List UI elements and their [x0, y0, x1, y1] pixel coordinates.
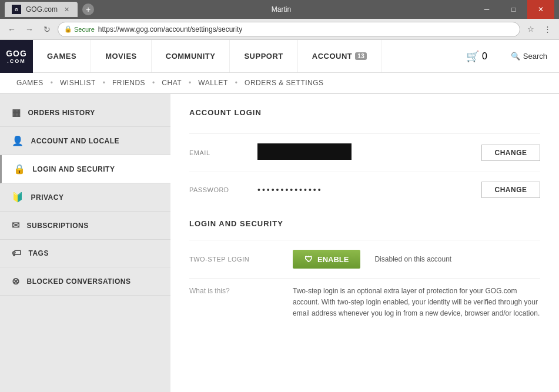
what-is-this-label: What is this? — [189, 286, 283, 320]
sidebar-privacy[interactable]: 🔰 PRIVACY — [0, 183, 170, 212]
separator-3: • — [152, 79, 155, 87]
sidebar-account-locale[interactable]: 👤 ACCOUNT AND LOCALE — [0, 127, 170, 155]
search-icon: 🔍 — [511, 52, 520, 61]
cart-count: 0 — [482, 51, 487, 62]
window-controls: ─ □ ✕ — [473, 0, 554, 19]
address-bar[interactable]: 🔒 Secure https://www.gog.com/account/set… — [58, 22, 520, 37]
cart-button[interactable]: 🛒 0 — [454, 50, 499, 63]
star-button[interactable]: ☆ — [524, 22, 538, 36]
gog-header: GOG .COM GAMES MOVIES COMMUNITY SUPPORT … — [0, 40, 559, 73]
password-change-button[interactable]: CHANGE — [481, 182, 540, 198]
main-content: ▦ ORDERS HISTORY 👤 ACCOUNT AND LOCALE 🔒 … — [0, 94, 559, 392]
tab-close-button[interactable]: ✕ — [62, 5, 71, 14]
sidebar-orders-label: ORDERS HISTORY — [28, 109, 95, 117]
password-row: PASSWORD •••••••••••••• CHANGE — [189, 172, 540, 207]
content-area: ACCOUNT LOGIN EMAIL CHANGE PASSWORD ••••… — [170, 94, 559, 392]
separator-4: • — [189, 79, 191, 87]
separator-1: • — [51, 79, 53, 87]
sidebar-orders-history[interactable]: ▦ ORDERS HISTORY — [0, 99, 170, 127]
disabled-text: Disabled on this account — [374, 255, 451, 263]
separator-2: • — [103, 79, 105, 87]
subscriptions-icon: ✉ — [12, 220, 20, 231]
separator-5: • — [235, 79, 237, 87]
refresh-button[interactable]: ↻ — [40, 22, 54, 36]
logo-top: GOG — [6, 49, 27, 58]
nav-item-account[interactable]: ACCOUNT 13 — [298, 40, 382, 72]
sidebar-blocked[interactable]: ⊗ BLOCKED CONVERSATIONS — [0, 267, 170, 296]
new-tab-button[interactable]: + — [82, 4, 94, 15]
enable-label: ENABLE — [317, 255, 349, 264]
window-titlebar: G GOG.com ✕ + Martin ─ □ ✕ — [0, 0, 559, 19]
secondary-nav: GAMES • WISHLIST • FRIENDS • CHAT • WALL… — [0, 73, 559, 94]
sidebar-account-label: ACCOUNT AND LOCALE — [31, 137, 120, 145]
password-label: PASSWORD — [189, 186, 248, 193]
shield-icon: 🛡 — [304, 254, 313, 264]
browser-actions: ☆ ⋮ — [524, 22, 554, 36]
lock-sidebar-icon: 🔒 — [14, 163, 26, 175]
account-login-title: ACCOUNT LOGIN — [189, 108, 540, 122]
search-button[interactable]: 🔍 Search — [499, 52, 559, 61]
password-dots: •••••••••••••• — [257, 185, 323, 195]
password-value: •••••••••••••• — [257, 185, 472, 195]
sec-nav-games[interactable]: GAMES — [14, 79, 46, 87]
sidebar-tags-label: TAGS — [29, 249, 49, 257]
sec-nav-wishlist[interactable]: WISHLIST — [58, 79, 98, 87]
main-nav: GAMES MOVIES COMMUNITY SUPPORT ACCOUNT 1… — [33, 40, 454, 72]
close-button[interactable]: ✕ — [527, 0, 554, 19]
sidebar-subscriptions[interactable]: ✉ SUBSCRIPTIONS — [0, 212, 170, 240]
two-step-label: TWO-STEP LOGIN — [189, 256, 283, 263]
account-badge: 13 — [355, 52, 367, 60]
what-is-this-row: What is this? Two-step login is an optio… — [189, 278, 540, 327]
menu-button[interactable]: ⋮ — [540, 22, 554, 36]
browser-bar: ← → ↻ 🔒 Secure https://www.gog.com/accou… — [0, 19, 559, 40]
nav-item-movies[interactable]: MOVIES — [91, 40, 152, 72]
gog-logo[interactable]: GOG .COM — [0, 40, 33, 73]
two-step-row: TWO-STEP LOGIN 🛡 ENABLE Disabled on this… — [189, 240, 540, 278]
tags-icon: 🏷 — [12, 248, 22, 259]
email-change-button[interactable]: CHANGE — [481, 145, 540, 161]
email-row: EMAIL CHANGE — [189, 133, 540, 172]
nav-item-community[interactable]: COMMUNITY — [152, 40, 230, 72]
back-button[interactable]: ← — [5, 22, 19, 36]
nav-item-support[interactable]: SUPPORT — [230, 40, 297, 72]
browser-tab[interactable]: G GOG.com ✕ — [5, 2, 78, 17]
maximize-button[interactable]: □ — [500, 0, 527, 19]
privacy-icon: 🔰 — [12, 192, 24, 203]
sidebar-subs-label: SUBSCRIPTIONS — [27, 222, 89, 230]
orders-icon: ▦ — [12, 107, 21, 118]
sec-nav-chat[interactable]: CHAT — [159, 79, 184, 87]
sec-nav-wallet[interactable]: WALLET — [196, 79, 230, 87]
nav-item-games[interactable]: GAMES — [33, 40, 91, 72]
email-label: EMAIL — [189, 149, 248, 156]
lock-icon: 🔒 — [64, 25, 72, 33]
sidebar-blocked-label: BLOCKED CONVERSATIONS — [27, 277, 131, 286]
tab-title: GOG.com — [26, 5, 58, 14]
enable-button[interactable]: 🛡 ENABLE — [293, 250, 360, 269]
sec-nav-orders[interactable]: ORDERS & SETTINGS — [242, 79, 326, 87]
user-label: Martin — [272, 5, 291, 14]
sidebar-login-security[interactable]: 🔒 LOGIN AND SECURITY — [0, 155, 170, 183]
secure-badge: 🔒 Secure — [64, 25, 95, 33]
blocked-icon: ⊗ — [12, 276, 20, 287]
account-icon: 👤 — [12, 135, 24, 146]
email-value — [257, 143, 472, 162]
tab-favicon: G — [12, 5, 21, 14]
login-security-title: LOGIN AND SECURITY — [189, 219, 540, 228]
logo-bottom: .COM — [7, 58, 26, 64]
sidebar-login-label: LOGIN AND SECURITY — [33, 165, 115, 173]
email-hidden-block — [257, 143, 352, 160]
what-is-this-text: Two-step login is an optional extra laye… — [293, 286, 540, 320]
sidebar-tags[interactable]: 🏷 TAGS — [0, 240, 170, 267]
sidebar-privacy-label: PRIVACY — [31, 193, 64, 202]
sec-nav-friends[interactable]: FRIENDS — [110, 79, 148, 87]
cart-icon: 🛒 — [466, 50, 479, 63]
sidebar: ▦ ORDERS HISTORY 👤 ACCOUNT AND LOCALE 🔒 … — [0, 94, 170, 392]
minimize-button[interactable]: ─ — [473, 0, 500, 19]
forward-button[interactable]: → — [22, 22, 36, 36]
url-text: https://www.gog.com/account/settings/sec… — [98, 25, 242, 33]
